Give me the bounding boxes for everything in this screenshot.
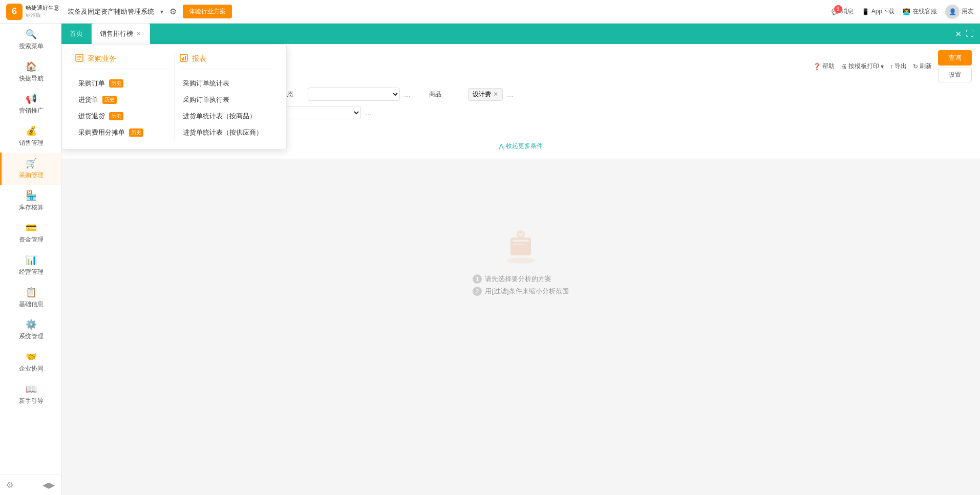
sidebar-item-cooperation[interactable]: 🤝 企业协同 xyxy=(0,346,61,378)
sidebar-bottom: ⚙ ◀▶ xyxy=(0,475,61,495)
print-label: 按模板打印 xyxy=(848,62,879,71)
svg-point-0 xyxy=(506,257,535,264)
goods-tag-close[interactable]: ✕ xyxy=(493,91,498,98)
system-title: 装备及固定资产辅助管理系统 xyxy=(68,7,154,16)
tab-sales-rank-label: 销售排行榜 xyxy=(100,29,133,38)
tab-close-icon[interactable]: ✕ xyxy=(136,30,141,37)
notifications-item[interactable]: 💬 9 消息 xyxy=(832,7,854,16)
sidebar-item-marketing[interactable]: 📢 营销推广 xyxy=(0,88,61,120)
tab-close-window-btn[interactable]: ✕ xyxy=(955,29,962,39)
top-header: 6 畅捷通好生意 标准版 装备及固定资产辅助管理系统 ▾ ⚙ 体验行业方案 💬 … xyxy=(0,0,980,24)
dropdown-col-purchase: 采购业务 采购订单 历史 进货单 历史 进货退货 历史 xyxy=(70,53,174,141)
history-badge-0: 历史 xyxy=(109,79,123,88)
sidebar-label-marketing: 营销推广 xyxy=(19,106,44,115)
settings-bottom-btn[interactable]: ⚙ xyxy=(6,480,13,490)
dropdown-item-report-4[interactable]: 进货单统计表（按供应商） xyxy=(179,124,274,141)
dropdown-col-reports: 报表 采购订单统计表 采购订单执行表 进货单统计表（按商品） 进货单统计表（按供… xyxy=(174,53,279,141)
dropdown-item-return[interactable]: 进货退货 历史 xyxy=(74,108,170,124)
help-btn[interactable]: ❓ 帮助 xyxy=(813,62,835,71)
sidebar-item-sales[interactable]: 💰 销售管理 xyxy=(0,120,61,153)
phone-icon: 📱 xyxy=(862,8,869,15)
report-col-icon xyxy=(179,53,189,64)
dropdown-item-report-2[interactable]: 采购订单执行表 xyxy=(179,92,274,108)
dropdown-item-cost[interactable]: 采购费用分摊单 历史 xyxy=(74,124,170,141)
refresh-btn[interactable]: ↻ 刷新 xyxy=(913,62,932,71)
sidebar-item-nav[interactable]: 🏠 快捷导航 xyxy=(0,56,61,88)
bill-status-dots[interactable]: … xyxy=(404,91,411,98)
report-2-label: 采购订单执行表 xyxy=(183,95,229,104)
svg-rect-14 xyxy=(185,56,186,60)
help-label: 帮助 xyxy=(822,62,835,71)
search-icon: 🔍 xyxy=(26,29,37,40)
notification-badge: 9 xyxy=(834,5,842,13)
dropdown-item-purchase-order[interactable]: 采购订单 历史 xyxy=(74,75,170,92)
tab-maximize-btn[interactable]: ⛶ xyxy=(966,29,974,38)
refresh-icon: ↻ xyxy=(913,63,918,70)
header-right: 💬 9 消息 📱 App下载 👨‍💻 在线客服 👤 用友 xyxy=(832,5,974,19)
system-icon: ⚙️ xyxy=(26,319,37,330)
bill-status-select[interactable] xyxy=(308,88,400,101)
settings-button[interactable]: 设置 xyxy=(938,68,972,82)
sidebar-item-management[interactable]: 📊 经营管理 xyxy=(0,249,61,282)
username-label: 用友 xyxy=(962,7,974,16)
dropdown-col-reports-header: 报表 xyxy=(179,53,274,69)
print-icon: 🖨 xyxy=(841,63,847,70)
export-btn[interactable]: ↑ 导出 xyxy=(890,62,907,71)
dropdown-item-report-1[interactable]: 采购订单统计表 xyxy=(179,75,274,92)
purchase-order-label: 采购订单 xyxy=(78,79,105,88)
sidebar-item-inventory[interactable]: 🏪 库存核算 xyxy=(0,185,61,217)
logo-area: 6 畅捷通好生意 标准版 xyxy=(6,4,68,20)
tab-home-label: 首页 xyxy=(70,29,83,38)
tab-home[interactable]: 首页 xyxy=(61,24,92,44)
online-service-item[interactable]: 👨‍💻 在线客服 xyxy=(903,7,937,16)
cost-label: 采购费用分摊单 xyxy=(78,128,125,137)
main-layout: 🔍 搜索菜单 🏠 快捷导航 📢 营销推广 💰 销售管理 🛒 采购管理 🏪 库存核… xyxy=(0,24,980,495)
sidebar-label-basic: 基础信息 xyxy=(19,300,44,309)
goods-dots[interactable]: … xyxy=(507,91,514,98)
collapse-sidebar-btn[interactable]: ◀▶ xyxy=(42,480,55,490)
header-nav: 装备及固定资产辅助管理系统 ▾ ⚙ 体验行业方案 xyxy=(68,5,832,18)
svg-rect-12 xyxy=(182,58,183,60)
help-icon: ❓ xyxy=(813,63,821,70)
avatar: 👤 xyxy=(945,5,960,19)
print-dropdown-icon: ▾ xyxy=(881,63,884,70)
sidebar-item-basic[interactable]: 📋 基础信息 xyxy=(0,282,61,314)
app-download-item[interactable]: 📱 App下载 xyxy=(862,7,894,16)
management-icon: 📊 xyxy=(26,254,37,266)
message-label: 消息 xyxy=(841,7,854,16)
goods-tag-text: 设计费 xyxy=(473,90,491,99)
sales-icon: 💰 xyxy=(26,125,37,137)
sidebar-item-finance[interactable]: 💳 资金管理 xyxy=(0,217,61,249)
sidebar-item-system[interactable]: ⚙️ 系统管理 xyxy=(0,314,61,346)
gear-button[interactable]: ⚙ xyxy=(167,5,179,18)
logo-text: 畅捷通好生意 xyxy=(26,4,59,11)
hint-num-1: 1 xyxy=(473,274,482,284)
svg-point-4 xyxy=(517,230,525,239)
sidebar: 🔍 搜索菜单 🏠 快捷导航 📢 营销推广 💰 销售管理 🛒 采购管理 🏪 库存核… xyxy=(0,24,61,495)
empty-illustration xyxy=(500,227,541,268)
sidebar-label-management: 经营管理 xyxy=(19,268,44,276)
print-template-btn[interactable]: 🖨 按模板打印 ▾ xyxy=(841,62,884,71)
industry-btn[interactable]: 体验行业方案 xyxy=(183,5,232,18)
dropdown-item-report-3[interactable]: 进货单统计表（按商品） xyxy=(179,108,274,124)
system-dropdown-btn[interactable]: ▾ xyxy=(160,8,163,15)
sidebar-item-guide[interactable]: 📖 新手引导 xyxy=(0,378,61,411)
tab-bar-right: ✕ ⛶ xyxy=(955,29,980,39)
sidebar-item-search[interactable]: 🔍 搜索菜单 xyxy=(0,24,61,56)
guide-icon: 📖 xyxy=(26,383,37,395)
dropdown-col-purchase-header: 采购业务 xyxy=(74,53,170,69)
salesperson-dots[interactable]: … xyxy=(365,109,372,117)
app-download-label: App下载 xyxy=(871,7,894,16)
logo-badge: 标准版 xyxy=(26,12,59,19)
sidebar-label-guide: 新手引导 xyxy=(19,397,44,405)
tab-sales-rank[interactable]: 销售排行榜 ✕ xyxy=(92,24,150,44)
sidebar-item-purchase[interactable]: 🛒 采购管理 xyxy=(0,153,61,185)
dropdown-item-incoming[interactable]: 进货单 历史 xyxy=(74,92,170,108)
history-badge-2: 历史 xyxy=(109,112,123,120)
export-icon: ↑ xyxy=(890,63,893,70)
hint-num-2: 2 xyxy=(473,287,482,296)
notification-icon-wrap: 💬 9 xyxy=(832,8,839,15)
empty-state: 1 请先选择要分析的方案 2 用[过滤]条件来缩小分析范围 xyxy=(61,159,980,364)
query-button[interactable]: 查询 xyxy=(938,50,972,66)
user-item[interactable]: 👤 用友 xyxy=(945,5,974,19)
